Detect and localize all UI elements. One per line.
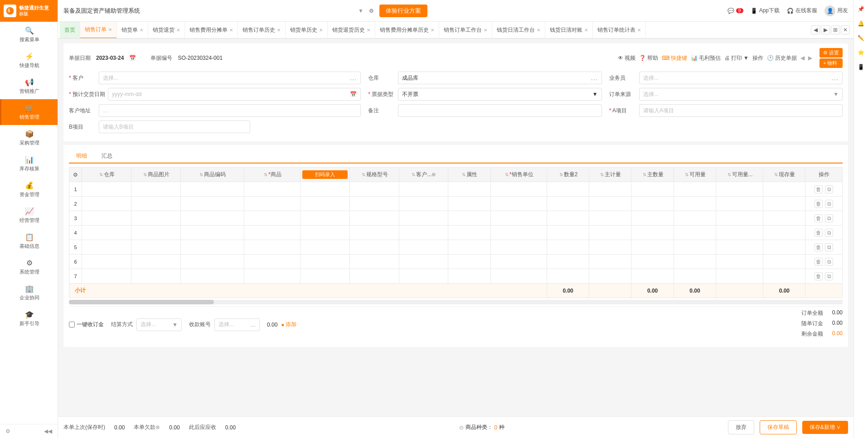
right-panel-btn-5[interactable]: 📱 xyxy=(856,62,867,72)
operation-btn[interactable]: 操作 xyxy=(752,54,763,62)
tab-close-sales-order-stats[interactable]: ✕ xyxy=(637,28,641,33)
remark-input[interactable] xyxy=(398,104,601,117)
th-customer-code[interactable]: ⇅客户...⊙ xyxy=(399,168,448,182)
settings-icon[interactable]: ⚙ xyxy=(5,428,10,434)
row-copy-btn[interactable]: ⧉ xyxy=(825,185,833,193)
dropdown-icon[interactable]: ▼ xyxy=(358,8,364,14)
tab-sales-order-history[interactable]: 销售订单历史✕ xyxy=(238,22,286,39)
right-panel-btn-4[interactable]: ⭐ xyxy=(856,47,867,58)
th-settings[interactable]: ⚙ xyxy=(69,168,82,182)
tab-sales-return-goods-history[interactable]: 销货退货历史✕ xyxy=(328,22,375,39)
message-btn[interactable]: 💬 9 xyxy=(727,8,743,14)
tab-close-sales-fee-history[interactable]: ✕ xyxy=(431,28,434,33)
account-input[interactable]: 选择... … xyxy=(214,318,260,331)
tab-close-cash-daily-workbench[interactable]: ✕ xyxy=(537,28,540,33)
user-btn[interactable]: 👤 用友 xyxy=(824,5,848,16)
row-delete-btn[interactable]: 🗑 xyxy=(815,214,823,222)
warehouse-input[interactable]: 成品库 … xyxy=(398,72,601,84)
sidebar-item-guide[interactable]: 🎓新手引导 xyxy=(0,306,58,332)
tab-close-sales-order-workbench[interactable]: ✕ xyxy=(484,28,487,33)
invoice-input[interactable]: 不开票 ▼ xyxy=(398,88,601,101)
goods-types-icon[interactable]: ⊙ xyxy=(459,424,464,431)
online-service-btn[interactable]: 🎧 在线客服 xyxy=(787,7,817,14)
tab-detail[interactable]: 明细 xyxy=(69,149,94,164)
tab-sales-return-history[interactable]: 销货单历史✕ xyxy=(286,22,328,39)
save-new-btn[interactable]: 保存&新增 ∨ xyxy=(802,421,848,434)
row-delete-btn[interactable]: 🗑 xyxy=(815,185,823,193)
th-image[interactable]: ⇅商品图片 xyxy=(131,168,180,182)
help-btn[interactable]: ❓ 帮助 xyxy=(639,54,658,62)
row-copy-btn[interactable]: ⧉ xyxy=(825,214,833,222)
profit-btn[interactable]: 📊 毛利预估 xyxy=(691,54,721,62)
sidebar-item-purchase[interactable]: 📦采购管理 xyxy=(0,125,58,151)
tab-close-sales-order-history[interactable]: ✕ xyxy=(277,28,281,33)
th-goods[interactable]: ⇅*商品 xyxy=(244,168,300,182)
scan-btn[interactable]: 扫码录入 xyxy=(302,170,348,179)
tab-sales-return[interactable]: 销货单✕ xyxy=(117,22,148,39)
sidebar-item-enterprise[interactable]: 🏢企业协同 xyxy=(0,280,58,306)
tab-summary[interactable]: 汇总 xyxy=(94,149,120,163)
sidebar-item-marketing[interactable]: 📢营销推广 xyxy=(0,73,58,99)
th-unit[interactable]: ⇅*销售单位 xyxy=(490,168,547,182)
sidebar-item-sales[interactable]: 🛒销售管理 xyxy=(0,99,58,125)
settings-panel-btn[interactable]: ⚙ 设置 xyxy=(820,48,843,58)
tab-close-sales-return-goods[interactable]: ✕ xyxy=(176,28,180,33)
industry-btn[interactable]: 体验行业方案 xyxy=(379,5,427,17)
th-main-qty[interactable]: ⇅主数量 xyxy=(631,168,674,182)
customer-input[interactable]: 选择... … xyxy=(99,72,361,84)
delivery-date-input[interactable]: yyyy-mm-dd 📅 xyxy=(108,88,361,101)
tab-close-cash-daily-reconcile[interactable]: ✕ xyxy=(584,28,588,33)
tab-sales-order[interactable]: 销售订单✕ xyxy=(80,22,117,39)
b-project-input[interactable]: 请输入B项目 xyxy=(99,120,250,133)
print-btn[interactable]: 🖨 打印 ▼ xyxy=(724,54,749,62)
row-copy-btn[interactable]: ⧉ xyxy=(825,258,833,266)
tab-sales-fee-history[interactable]: 销售费用分摊单历史✕ xyxy=(375,22,439,39)
row-delete-btn[interactable]: 🗑 xyxy=(815,272,823,280)
th-attribute[interactable]: ⇅属性 xyxy=(448,168,490,182)
right-panel-btn-1[interactable]: 📌 xyxy=(856,4,867,14)
sidebar-item-search[interactable]: 🔍搜索菜单 xyxy=(0,22,58,48)
right-panel-btn-2[interactable]: 🔔 xyxy=(856,18,867,29)
tab-close-sales-return-history[interactable]: ✕ xyxy=(319,28,323,33)
th-available2[interactable]: ⇅可用量... xyxy=(716,168,763,182)
tab-next-btn[interactable]: ▶ xyxy=(821,25,830,34)
address-input[interactable]: … xyxy=(99,104,361,117)
tab-close-sales-return[interactable]: ✕ xyxy=(140,28,143,33)
date-value[interactable]: 2023-03-24 xyxy=(96,55,124,61)
sidebar-item-inventory[interactable]: 📊库存核算 xyxy=(0,151,58,177)
tab-sales-fee-split[interactable]: 销售费用分摊单✕ xyxy=(185,22,238,39)
th-warehouse[interactable]: ⇅仓库 xyxy=(82,168,131,182)
add-material-btn[interactable]: + 物料 xyxy=(820,58,843,68)
th-code[interactable]: ⇅商品编码 xyxy=(180,168,244,182)
tab-prev-btn[interactable]: ◀ xyxy=(811,25,820,34)
sidebar-item-finance[interactable]: 💰资金管理 xyxy=(0,177,58,202)
right-panel-btn-3[interactable]: ✏️ xyxy=(856,33,867,43)
row-delete-btn[interactable]: 🗑 xyxy=(815,229,823,237)
settlement-input[interactable]: 选择... ▼ xyxy=(136,318,182,331)
gear-icon[interactable]: ⚙ xyxy=(369,8,374,14)
row-copy-btn[interactable]: ⧉ xyxy=(825,229,833,237)
order-source-input[interactable]: 选择... ▼ xyxy=(639,88,843,101)
tab-home[interactable]: 首页 xyxy=(60,22,80,39)
tab-close-all-btn[interactable]: ✕ xyxy=(841,25,850,34)
sidebar-item-operations[interactable]: 📈经营管理 xyxy=(0,202,58,228)
one-click-input[interactable] xyxy=(69,322,75,327)
th-main-unit[interactable]: ⇅主计量 xyxy=(589,168,631,182)
view-btn[interactable]: 👁 视频 xyxy=(618,54,635,62)
tab-sales-order-workbench[interactable]: 销售订单工作台✕ xyxy=(439,22,492,39)
a-project-input[interactable]: 请输入A项目 xyxy=(639,104,843,117)
history-btn[interactable]: 🕐 历史单据 xyxy=(767,54,797,62)
tab-sales-return-goods[interactable]: 销货退货✕ xyxy=(148,22,185,39)
save-draft-btn[interactable]: 保存草稿 xyxy=(760,420,797,434)
row-delete-btn[interactable]: 🗑 xyxy=(815,200,823,208)
tab-close-sales-fee-split[interactable]: ✕ xyxy=(229,28,233,33)
th-spec[interactable]: ⇅规格型号 xyxy=(349,168,399,182)
tab-close-sales-order[interactable]: ✕ xyxy=(108,27,112,32)
salesperson-input[interactable]: 选择... … xyxy=(639,72,843,84)
tab-cash-daily-workbench[interactable]: 钱货日清工作台✕ xyxy=(492,22,545,39)
table-scrollbar[interactable] xyxy=(69,300,843,304)
discard-btn[interactable]: 放弃 xyxy=(728,420,754,434)
th-available[interactable]: ⇅可用量 xyxy=(674,168,716,182)
one-click-checkbox[interactable]: 一键收订金 xyxy=(69,321,104,328)
tab-cash-daily-reconcile[interactable]: 钱货日清对账✕ xyxy=(545,22,593,39)
